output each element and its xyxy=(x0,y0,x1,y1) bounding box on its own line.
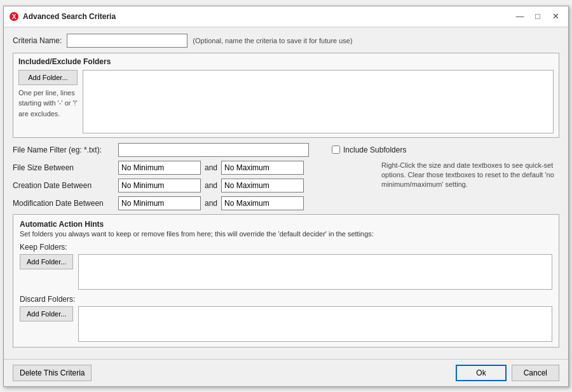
title-bar-controls: — □ ✕ xyxy=(512,10,563,23)
minimize-button[interactable]: — xyxy=(512,10,528,23)
keep-folders-textarea[interactable] xyxy=(78,254,552,290)
size-date-fields: File Size Between and Creation Date Betw… xyxy=(13,161,375,214)
creation-date-and: and xyxy=(205,181,217,190)
discard-folders-label: Discard Folders: xyxy=(20,295,552,304)
file-size-min-input[interactable] xyxy=(118,161,201,175)
delete-criteria-button[interactable]: Delete This Criteria xyxy=(13,365,92,381)
app-icon: X xyxy=(9,11,19,22)
action-hints-box: Automatic Action Hints Set folders you a… xyxy=(13,214,559,348)
size-date-section: File Size Between and Creation Date Betw… xyxy=(13,161,559,214)
add-folder-button-main[interactable]: Add Folder... xyxy=(18,70,78,85)
creation-date-label: Creation Date Between xyxy=(13,181,114,190)
ok-button[interactable]: Ok xyxy=(456,365,506,381)
modification-date-label: Modification Date Between xyxy=(13,199,114,208)
action-hints-title: Automatic Action Hints xyxy=(20,220,552,229)
dialog-content: Criteria Name: (Optional, name the crite… xyxy=(4,27,568,359)
keep-add-folder-button[interactable]: Add Folder... xyxy=(20,254,73,269)
file-name-filter-row: File Name Filter (eg: *.txt): Include Su… xyxy=(13,143,559,157)
svg-text:X: X xyxy=(12,13,17,20)
creation-date-row: Creation Date Between and xyxy=(13,179,375,193)
modification-date-row: Modification Date Between and xyxy=(13,196,375,210)
keep-discard-section: Keep Folders: Add Folder... Discard Fold… xyxy=(20,243,552,342)
folders-section: Add Folder... One per line, lines starti… xyxy=(18,70,554,133)
criteria-name-hint: (Optional, name the criteria to save it … xyxy=(193,37,352,44)
size-date-hint: Right-Click the size and date textboxes … xyxy=(381,161,559,190)
folders-hint: One per line, lines starting with '-' or… xyxy=(18,88,78,119)
include-subfolders-row: Include Subfolders xyxy=(332,145,406,154)
discard-add-folder-button[interactable]: Add Folder... xyxy=(20,306,73,321)
file-size-max-input[interactable] xyxy=(221,161,304,175)
creation-date-min-input[interactable] xyxy=(118,179,201,193)
discard-folders-group: Discard Folders: Add Folder... xyxy=(20,295,552,342)
include-subfolders-wrapper: Include Subfolders xyxy=(332,145,406,154)
included-folders-group: Included/Exclude Folders Add Folder... O… xyxy=(13,53,559,138)
discard-folders-inner: Add Folder... xyxy=(20,306,552,342)
window-title: Advanced Search Criteria xyxy=(23,12,512,21)
footer-right-buttons: Ok Cancel xyxy=(456,365,559,381)
file-size-row: File Size Between and xyxy=(13,161,375,175)
include-subfolders-label: Include Subfolders xyxy=(343,145,406,154)
keep-folders-group: Keep Folders: Add Folder... xyxy=(20,243,552,290)
criteria-name-input[interactable] xyxy=(67,34,187,48)
modification-date-and: and xyxy=(205,199,217,208)
dialog-footer: Delete This Criteria Ok Cancel xyxy=(4,359,568,386)
criteria-name-row: Criteria Name: (Optional, name the crite… xyxy=(13,34,559,48)
creation-date-max-input[interactable] xyxy=(221,179,304,193)
keep-folders-inner: Add Folder... xyxy=(20,254,552,290)
file-size-and: and xyxy=(205,163,217,172)
cancel-button[interactable]: Cancel xyxy=(512,365,559,381)
included-folders-title: Included/Exclude Folders xyxy=(18,57,554,66)
criteria-name-label: Criteria Name: xyxy=(13,36,62,45)
file-name-filter-input[interactable] xyxy=(118,143,309,157)
action-hints-desc: Set folders you always want to keep or r… xyxy=(20,230,552,238)
folders-left: Add Folder... One per line, lines starti… xyxy=(18,70,78,133)
included-folders-textarea[interactable] xyxy=(83,70,554,133)
file-size-label: File Size Between xyxy=(13,163,114,172)
main-window: X Advanced Search Criteria — □ ✕ Criteri… xyxy=(3,6,569,387)
discard-folders-textarea[interactable] xyxy=(78,306,552,342)
include-subfolders-checkbox[interactable] xyxy=(332,145,340,154)
modification-date-min-input[interactable] xyxy=(118,196,201,210)
file-name-filter-label: File Name Filter (eg: *.txt): xyxy=(13,145,114,154)
keep-folders-label: Keep Folders: xyxy=(20,243,552,252)
title-bar: X Advanced Search Criteria — □ ✕ xyxy=(4,6,568,27)
close-button[interactable]: ✕ xyxy=(548,10,563,23)
modification-date-max-input[interactable] xyxy=(221,196,304,210)
maximize-button[interactable]: □ xyxy=(530,10,545,23)
